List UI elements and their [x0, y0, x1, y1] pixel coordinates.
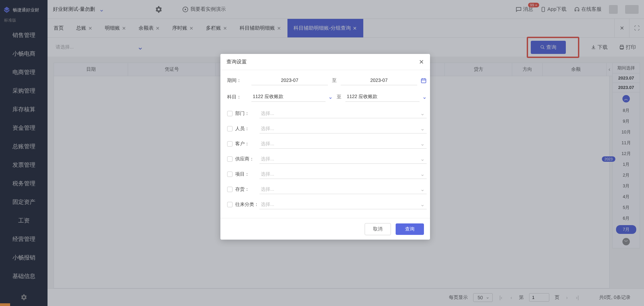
filter-input[interactable]	[259, 200, 418, 209]
filter-checkbox[interactable]	[227, 172, 233, 177]
subject-label: 科目：	[227, 94, 251, 100]
modal-title: 查询设置	[226, 59, 247, 65]
filter-label: 供应商：	[235, 156, 259, 162]
chevron-down-icon[interactable]: ⌄	[418, 110, 427, 117]
filter-input-wrap: ⌄	[259, 154, 427, 164]
filter-input-wrap: ⌄	[259, 200, 427, 209]
modal-footer: 取消 查询	[220, 218, 430, 240]
filter-input-wrap: ⌄	[259, 109, 427, 118]
filter-input[interactable]	[259, 184, 418, 194]
filter-row-6: 往来分类：⌄	[227, 200, 427, 209]
period-to-input[interactable]	[341, 75, 417, 85]
filter-checkbox[interactable]	[227, 202, 233, 207]
subject-row: 科目： ⌄ 至 ⌄	[227, 92, 427, 102]
chevron-down-icon[interactable]: ⌄	[420, 94, 427, 100]
filter-label: 人员：	[235, 126, 259, 132]
calendar-icon-svg	[421, 78, 427, 84]
filter-input-wrap: ⌄	[259, 139, 427, 149]
modal-close-button[interactable]: ✕	[419, 58, 424, 66]
modal-body: 期间： 至 科目： ⌄ 至 ⌄ 部门：⌄人员：⌄客户：⌄供应商：⌄项目：⌄存货：…	[220, 70, 430, 218]
filter-input-wrap: ⌄	[259, 124, 427, 133]
filter-row-4: 项目：⌄	[227, 169, 427, 179]
filter-label: 往来分类：	[235, 202, 259, 208]
filter-checkbox[interactable]	[227, 187, 233, 192]
cancel-button[interactable]: 取消	[365, 223, 391, 235]
subject-to-input[interactable]	[345, 92, 420, 102]
chevron-down-icon[interactable]: ⌄	[418, 156, 427, 162]
chevron-down-icon[interactable]: ⌄	[418, 186, 427, 192]
filter-input[interactable]	[259, 169, 418, 179]
filter-checkbox[interactable]	[227, 111, 233, 116]
subject-from-input[interactable]	[251, 92, 326, 102]
filter-checkbox[interactable]	[227, 141, 233, 147]
filter-label: 客户：	[235, 141, 259, 147]
chevron-down-icon[interactable]: ⌄	[418, 171, 427, 177]
modal-query-button[interactable]: 查询	[396, 223, 424, 235]
filter-input[interactable]	[259, 109, 418, 118]
filter-label: 项目：	[235, 171, 259, 177]
chevron-down-icon[interactable]: ⌄	[326, 94, 333, 100]
filter-input[interactable]	[259, 139, 418, 148]
filter-checkbox[interactable]	[227, 126, 233, 131]
chevron-down-icon[interactable]: ⌄	[418, 201, 427, 208]
query-settings-modal: 查询设置 ✕ 期间： 至 科目： ⌄ 至 ⌄ 部门：⌄人员：⌄客户：⌄供应商：⌄…	[220, 54, 430, 240]
filter-row-2: 客户：⌄	[227, 139, 427, 149]
chevron-down-icon[interactable]: ⌄	[418, 125, 427, 132]
filter-label: 部门：	[235, 111, 259, 117]
filter-row-1: 人员：⌄	[227, 124, 427, 133]
subject-sep: 至	[333, 94, 345, 100]
filter-input[interactable]	[259, 154, 418, 163]
svg-rect-4	[421, 79, 426, 83]
calendar-icon[interactable]	[417, 78, 427, 84]
period-label: 期间：	[227, 78, 251, 84]
filter-input[interactable]	[259, 124, 418, 133]
filter-input-wrap: ⌄	[259, 184, 427, 194]
modal-header: 查询设置 ✕	[220, 54, 430, 70]
period-sep: 至	[328, 78, 341, 84]
filter-checkbox[interactable]	[227, 156, 233, 162]
chevron-down-icon[interactable]: ⌄	[418, 141, 427, 147]
period-row: 期间： 至	[227, 75, 427, 85]
filter-input-wrap: ⌄	[259, 169, 427, 179]
period-from-input[interactable]	[251, 75, 328, 85]
filter-row-0: 部门：⌄	[227, 109, 427, 118]
filter-row-5: 存货：⌄	[227, 184, 427, 194]
filter-label: 存货：	[235, 186, 259, 192]
filter-row-3: 供应商：⌄	[227, 154, 427, 164]
